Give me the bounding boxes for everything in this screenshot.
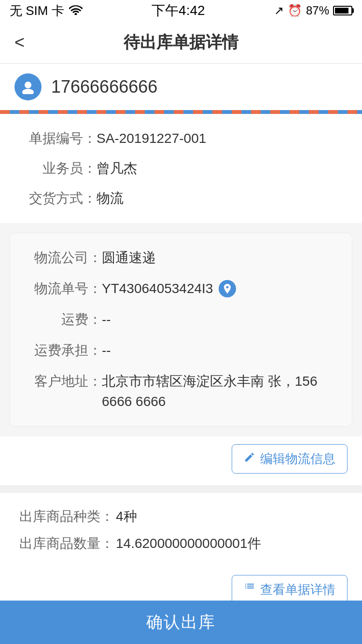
status-time: 下午4:42	[152, 1, 205, 20]
goods-type-value: 4种	[116, 507, 137, 526]
list-icon	[244, 582, 255, 597]
document-no-value: SA-20191227-001	[97, 128, 343, 149]
carrier-text: 无 SIM 卡	[10, 2, 64, 19]
document-no-row: 单据编号： SA-20191227-001	[19, 128, 343, 149]
delivery-method-value: 物流	[97, 188, 343, 209]
delivery-method-label: 交货方式：	[19, 188, 97, 209]
basic-info-section: 单据编号： SA-20191227-001 业务员： 曾凡杰 交货方式： 物流	[0, 114, 362, 223]
map-pin-icon[interactable]	[219, 280, 236, 297]
logistics-tracking-label: 物流单号：	[25, 279, 102, 299]
salesperson-value: 曾凡杰	[97, 158, 343, 179]
goods-quantity-row: 出库商品数量： 14.620000000000001件	[19, 534, 343, 553]
view-detail-label: 查看单据详情	[260, 581, 335, 598]
status-left: 无 SIM 卡	[10, 2, 83, 19]
logistics-card: 物流公司： 圆通速递 物流单号： YT43064053424I3 运费： -- …	[10, 233, 352, 427]
wifi-icon	[69, 3, 83, 18]
customer-phone: 17666666666	[51, 77, 157, 97]
logistics-freight-label: 运费：	[25, 309, 102, 330]
section-separator	[0, 485, 362, 493]
goods-type-label: 出库商品种类：	[19, 507, 116, 526]
logistics-address-value: 北京市市辖区海淀区永丰南 张，156 6666 6666	[102, 371, 337, 412]
battery-icon	[333, 6, 352, 15]
logistics-freight-value: --	[102, 309, 337, 330]
logistics-address-label: 客户地址：	[25, 371, 102, 392]
customer-row: 17666666666	[0, 64, 362, 110]
alarm-icon: ⏰	[288, 4, 302, 17]
edit-logistics-label: 编辑物流信息	[260, 450, 335, 467]
nav-bar: < 待出库单据详情	[0, 21, 362, 64]
avatar	[14, 73, 42, 100]
logistics-tracking-row: 物流单号： YT43064053424I3	[25, 279, 337, 299]
logistics-company-label: 物流公司：	[25, 248, 102, 268]
salesperson-label: 业务员：	[19, 158, 97, 179]
edit-logistics-button[interactable]: 编辑物流信息	[232, 444, 348, 474]
delivery-method-row: 交货方式： 物流	[19, 188, 343, 209]
status-right: ↗ ⏰ 87%	[274, 4, 352, 17]
logistics-tracking-value: YT43064053424I3	[102, 279, 337, 299]
logistics-freight-row: 运费： --	[25, 309, 337, 330]
logistics-address-row: 客户地址： 北京市市辖区海淀区永丰南 张，156 6666 6666	[25, 371, 337, 412]
confirm-btn-bar[interactable]: 确认出库	[0, 601, 362, 644]
goods-type-row: 出库商品种类： 4种	[19, 507, 343, 526]
location-status-icon: ↗	[274, 4, 284, 17]
status-bar: 无 SIM 卡 下午4:42 ↗ ⏰ 87%	[0, 0, 362, 21]
svg-point-0	[25, 82, 31, 88]
goods-quantity-value: 14.620000000000001件	[116, 534, 261, 553]
logistics-freight-bearer-value: --	[102, 340, 337, 361]
back-button[interactable]: <	[14, 32, 25, 53]
tracking-no-text: YT43064053424I3	[102, 279, 213, 299]
page-title: 待出库单据详情	[124, 31, 238, 54]
edit-icon	[244, 451, 255, 466]
view-detail-button[interactable]: 查看单据详情	[232, 575, 348, 604]
dashed-divider	[0, 110, 362, 114]
svg-point-1	[22, 89, 34, 94]
salesperson-row: 业务员： 曾凡杰	[19, 158, 343, 179]
goods-quantity-label: 出库商品数量：	[19, 534, 116, 553]
edit-btn-row: 编辑物流信息	[0, 436, 362, 485]
logistics-freight-bearer-row: 运费承担： --	[25, 340, 337, 361]
logistics-company-row: 物流公司： 圆通速递	[25, 248, 337, 268]
document-no-label: 单据编号：	[19, 128, 97, 149]
confirm-btn-text: 确认出库	[146, 611, 216, 633]
battery-percent: 87%	[306, 4, 329, 17]
goods-section: 出库商品种类： 4种 出库商品数量： 14.620000000000001件	[0, 493, 362, 567]
logistics-company-value: 圆通速递	[102, 248, 337, 268]
logistics-freight-bearer-label: 运费承担：	[25, 340, 102, 361]
